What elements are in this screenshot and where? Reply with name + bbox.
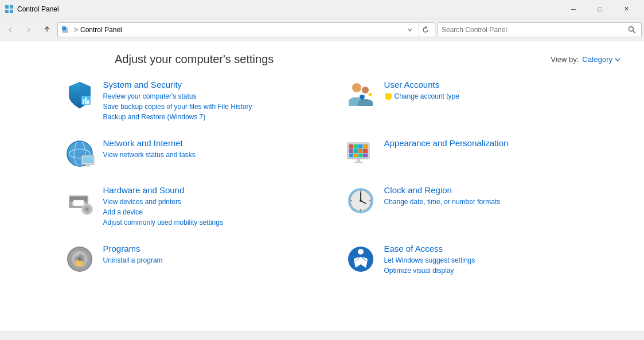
category-appearance: Appearance and Personalization bbox=[345, 138, 580, 169]
svg-rect-33 bbox=[349, 149, 353, 153]
forward-icon bbox=[25, 26, 32, 33]
system-security-icon bbox=[64, 80, 95, 111]
address-bar[interactable]: > Control Panel bbox=[57, 22, 435, 37]
appearance-title[interactable]: Appearance and Personalization bbox=[384, 138, 509, 148]
categories-grid: System and Security Review your computer… bbox=[64, 80, 580, 292]
programs-title[interactable]: Programs bbox=[103, 244, 163, 253]
titlebar-app-icon bbox=[5, 5, 14, 14]
clock-region-link-1[interactable]: Change date, time, or number formats bbox=[384, 197, 501, 207]
svg-rect-31 bbox=[358, 144, 362, 148]
svg-point-49 bbox=[86, 208, 88, 210]
programs-svg bbox=[64, 244, 95, 275]
category-programs: Programs Uninstall a program bbox=[64, 244, 299, 276]
programs-link-1[interactable]: Uninstall a program bbox=[103, 255, 163, 265]
user-accounts-link-1[interactable]: Change account type bbox=[395, 91, 459, 101]
svg-point-70 bbox=[358, 249, 364, 255]
address-folder-icon bbox=[61, 25, 72, 35]
network-internet-title[interactable]: Network and Internet bbox=[103, 138, 196, 148]
hardware-sound-title[interactable]: Hardware and Sound bbox=[103, 185, 223, 195]
appearance-svg bbox=[345, 138, 376, 169]
back-button[interactable] bbox=[2, 22, 18, 38]
bottom-scrollbar[interactable] bbox=[0, 331, 644, 340]
svg-rect-38 bbox=[354, 154, 358, 157]
svg-rect-3 bbox=[10, 10, 13, 13]
svg-rect-0 bbox=[5, 5, 9, 9]
address-dropdown-button[interactable] bbox=[404, 23, 416, 37]
user-accounts-icon bbox=[345, 80, 376, 111]
user-accounts-svg bbox=[345, 80, 376, 111]
category-hardware-sound: Hardware and Sound View devices and prin… bbox=[64, 185, 299, 228]
user-accounts-title[interactable]: User Accounts bbox=[384, 80, 459, 89]
address-dropdown-icon bbox=[407, 27, 413, 33]
minimize-button[interactable]: ─ bbox=[560, 0, 587, 18]
view-by-label: View by: bbox=[551, 55, 579, 64]
system-security-svg bbox=[64, 80, 95, 111]
svg-rect-30 bbox=[354, 144, 358, 148]
programs-icon bbox=[64, 244, 95, 275]
svg-rect-29 bbox=[349, 144, 353, 148]
maximize-button[interactable]: □ bbox=[587, 0, 613, 18]
svg-rect-24 bbox=[83, 157, 93, 163]
view-by-dropdown[interactable]: Category bbox=[582, 55, 621, 64]
ease-of-access-link-1[interactable]: Let Windows suggest settings bbox=[384, 255, 475, 265]
svg-rect-42 bbox=[354, 162, 363, 163]
svg-rect-40 bbox=[363, 154, 368, 157]
system-security-info: System and Security Review your computer… bbox=[103, 80, 252, 122]
close-button[interactable]: ✕ bbox=[613, 0, 639, 18]
network-internet-svg bbox=[64, 138, 95, 169]
svg-point-18 bbox=[362, 87, 369, 93]
system-security-title[interactable]: System and Security bbox=[103, 80, 252, 89]
svg-rect-10 bbox=[65, 30, 68, 33]
svg-rect-8 bbox=[65, 28, 68, 30]
hardware-sound-icon bbox=[64, 185, 95, 216]
clock-region-svg bbox=[345, 185, 376, 216]
address-refresh-button[interactable] bbox=[419, 23, 431, 37]
ease-of-access-svg bbox=[345, 244, 376, 275]
refresh-icon bbox=[421, 26, 430, 34]
svg-line-12 bbox=[633, 31, 635, 33]
view-by-value-text: Category bbox=[582, 55, 612, 64]
ease-of-access-info: Ease of Access Let Windows suggest setti… bbox=[384, 244, 475, 276]
svg-rect-26 bbox=[84, 166, 91, 167]
user-accounts-info: User Accounts Change account type bbox=[384, 80, 459, 101]
title-bar-left: Control Panel bbox=[5, 5, 59, 14]
user-accounts-shield-icon bbox=[384, 92, 392, 100]
svg-rect-7 bbox=[63, 28, 65, 30]
view-by-chevron-icon bbox=[614, 56, 621, 63]
hardware-sound-svg bbox=[64, 185, 95, 216]
forward-button[interactable] bbox=[21, 22, 37, 38]
clock-region-title[interactable]: Clock and Region bbox=[384, 185, 501, 195]
up-button[interactable] bbox=[39, 22, 55, 38]
svg-rect-35 bbox=[358, 149, 362, 153]
svg-rect-46 bbox=[73, 200, 84, 206]
system-security-link-3[interactable]: Backup and Restore (Windows 7) bbox=[103, 112, 252, 122]
title-bar: Control Panel ─ □ ✕ bbox=[0, 0, 644, 18]
category-system-security: System and Security Review your computer… bbox=[64, 80, 299, 122]
hardware-sound-link-3[interactable]: Adjust commonly used mobility settings bbox=[103, 217, 223, 228]
hardware-sound-info: Hardware and Sound View devices and prin… bbox=[103, 185, 223, 228]
svg-rect-36 bbox=[363, 149, 368, 153]
search-input[interactable] bbox=[442, 26, 626, 34]
hardware-sound-link-2[interactable]: Add a device bbox=[103, 207, 223, 217]
system-security-link-1[interactable]: Review your computer's status bbox=[103, 91, 252, 101]
search-button[interactable] bbox=[626, 24, 638, 36]
network-internet-link-1[interactable]: View network status and tasks bbox=[103, 150, 196, 160]
ease-of-access-link-2[interactable]: Optimize visual display bbox=[384, 265, 475, 276]
appearance-info: Appearance and Personalization bbox=[384, 138, 509, 150]
page-title: Adjust your computer's settings bbox=[115, 53, 274, 66]
page-header: Adjust your computer's settings View by:… bbox=[115, 53, 621, 66]
network-internet-info: Network and Internet View network status… bbox=[103, 138, 196, 160]
main-content: Adjust your computer's settings View by:… bbox=[0, 41, 644, 331]
hardware-sound-link-1[interactable]: View devices and printers bbox=[103, 197, 223, 207]
programs-info: Programs Uninstall a program bbox=[103, 244, 163, 265]
search-bar[interactable] bbox=[438, 22, 642, 37]
ease-of-access-title[interactable]: Ease of Access bbox=[384, 244, 475, 253]
address-separator: > bbox=[74, 26, 78, 34]
address-text: Control Panel bbox=[80, 26, 401, 34]
svg-point-17 bbox=[352, 83, 361, 92]
svg-rect-2 bbox=[5, 10, 9, 13]
system-security-link-2[interactable]: Save backup copies of your files with Fi… bbox=[103, 101, 252, 112]
svg-rect-34 bbox=[354, 149, 358, 153]
svg-rect-37 bbox=[349, 154, 353, 157]
svg-rect-14 bbox=[83, 99, 84, 104]
